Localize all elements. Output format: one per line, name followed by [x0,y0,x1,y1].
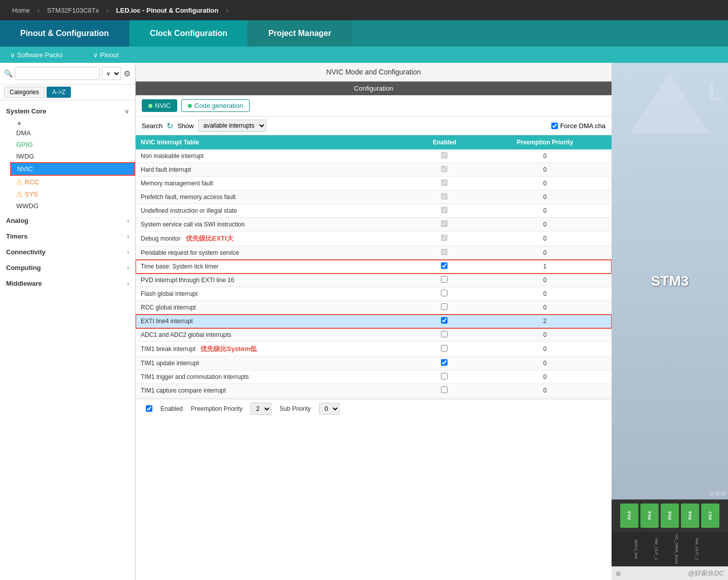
csdn-icon: ⊕ [616,570,621,577]
watermark: 好家伙 [709,490,726,497]
gear-icon[interactable]: ⚙ [123,68,131,79]
search-icon: 🔍 [4,69,13,78]
sidebar-nav: System Core ∨ ▲ DMA GPIO IWDG NVIC [0,100,135,580]
chip-pins-bottom: PA3 PA4 PA5 PA6 PA7 [612,499,728,532]
chevron-right-icon-computing: › [127,264,129,272]
pin-pa6: PA6 [681,504,699,528]
bottom-preemption-select[interactable]: 0123 [251,403,271,415]
nav-sep-1: › [37,5,40,16]
interrupt-enabled-checkbox[interactable] [441,373,448,379]
interrupt-enabled-checkbox[interactable] [441,193,448,200]
system-core-items: ▲ DMA GPIO IWDG NVIC ⚠ RCC [0,118,135,212]
interrupt-enabled-checkbox[interactable] [441,249,448,255]
sub-tab-pinout[interactable]: ∨ Pinout [93,51,118,59]
code-gen-dot [188,104,192,108]
bottom-preemption-label: Preemption Priority [191,405,242,412]
sub-tab-software-packs[interactable]: ∨ Software Packs [10,51,63,59]
nav-section-header-connectivity[interactable]: Connectivity › [0,245,135,259]
col-enabled: Enabled [411,135,478,149]
interrupt-enabled-checkbox[interactable] [441,290,448,296]
config-tabs: NVIC Code generation [136,95,612,117]
nav-section-header-system-core[interactable]: System Core ∨ [0,104,135,118]
bottom-enabled-checkbox[interactable] [146,405,152,412]
table-row: System service call via SWI instruction0 [136,218,612,231]
main-content: 🔍 ∨ ⚙ Categories A->Z System Core ∨ ▲ [0,63,728,580]
warning-icon-sys: ⚠ [16,190,23,198]
table-row: Time base: System tick timer1 [136,260,612,274]
sidebar-tabs: Categories A->Z [0,85,135,100]
panel-title: NVIC Mode and Configuration [136,63,612,82]
up-arrow-icon: ▲ [10,119,28,126]
pin-label-pa7-empty [701,534,719,564]
interrupt-enabled-checkbox[interactable] [441,207,448,213]
interrupt-enabled-checkbox[interactable] [441,179,448,186]
interrupt-enabled-checkbox[interactable] [441,262,448,269]
sidebar-item-wwdg[interactable]: WWDG [10,200,135,212]
nvic-table-header: NVIC Interrupt Table Enabled Preemption … [136,135,612,149]
nav-current[interactable]: LED.ioc - Pinout & Configuration [110,0,224,20]
sidebar-tab-categories[interactable]: Categories [4,87,45,98]
nav-home[interactable]: Home [6,0,36,20]
sidebar-item-gpio[interactable]: GPIO [10,139,135,150]
table-row: Non maskable interrupt0 [136,149,612,163]
table-row: EXTI line4 interrupt2 [136,315,612,328]
chevron-right-icon-timers: › [127,233,129,240]
force-dma-checkbox[interactable] [551,123,558,129]
filter-show-select[interactable]: available interrupts [198,120,266,132]
sidebar-item-rcc[interactable]: ⚠ RCC [10,176,135,188]
sidebar-item-nvic[interactable]: NVIC [10,162,135,176]
interrupt-enabled-checkbox[interactable] [441,220,448,227]
table-row: ADC1 and ADC2 global interrupts0 [136,328,612,342]
bottom-subpriority-select[interactable]: 0123 [319,403,340,415]
col-preemption: Preemption Priority [478,135,612,149]
tab-clock-config[interactable]: Clock Configuration [130,20,248,47]
force-dma-option: Force DMA cha [551,122,605,130]
nav-section-header-timers[interactable]: Timers › [0,229,135,243]
interrupt-enabled-checkbox[interactable] [441,331,448,337]
interrupt-enabled-checkbox[interactable] [441,235,448,241]
sidebar-tab-az[interactable]: A->Z [47,87,71,98]
table-row: Memory management fault0 [136,177,612,190]
interrupt-enabled-checkbox[interactable] [441,345,448,352]
table-row: TIM1 break interrupt优先级比System低0 [136,342,612,357]
table-row: Flash global interrupt0 [136,287,612,301]
interrupt-enabled-checkbox[interactable] [441,166,448,172]
interrupt-enabled-checkbox[interactable] [441,152,448,159]
bottom-enabled-label: Enabled [160,405,183,412]
nvic-dot [148,104,152,108]
nvic-table: NVIC Interrupt Table Enabled Preemption … [136,135,612,399]
tab-pinout-config[interactable]: Pinout & Configuration [0,20,130,47]
filter-reset-icon[interactable]: ↻ [167,121,173,131]
center-panel: NVIC Mode and Configuration Configuratio… [136,63,612,580]
nav-section-header-middleware[interactable]: Middleware › [0,277,135,290]
annotation-label: 优先级比EXTI大 [186,235,233,242]
interrupt-enabled-checkbox[interactable] [441,386,448,393]
annotation-label: 优先级比System低 [200,345,257,353]
config-tab-code-gen[interactable]: Code generation [181,99,250,112]
nav-section-header-computing[interactable]: Computing › [0,261,135,275]
table-row: Debug monitor优先级比EXTI大0 [136,231,612,246]
interrupt-enabled-checkbox[interactable] [441,303,448,310]
sidebar-item-dma[interactable]: DMA [10,127,135,139]
warning-icon-rcc: ⚠ [16,178,23,186]
sidebar-item-iwdg[interactable]: IWDG [10,150,135,162]
interrupt-enabled-checkbox[interactable] [441,317,448,324]
tab-project-manager[interactable]: Project Manager [248,20,352,47]
bottom-subpriority-label: Sub Priority [279,405,311,412]
nav-mcu[interactable]: STM32F103C8Tx [41,0,105,20]
config-tab-nvic[interactable]: NVIC [142,99,177,112]
table-row: Pendable request for system service0 [136,246,612,260]
interrupt-enabled-checkbox[interactable] [441,359,448,366]
pin-pa5: PA5 [661,504,679,528]
sidebar-item-sys[interactable]: ⚠ SYS [10,188,135,200]
pin-label-hw2: HW_OUT_2 [681,534,699,564]
search-mode-dropdown[interactable]: ∨ [102,67,121,80]
nav-section-header-analog[interactable]: Analog › [0,214,135,227]
search-input[interactable] [15,67,100,80]
table-row: Hard fault interrupt0 [136,163,612,177]
chevron-right-icon-middleware: › [127,280,129,287]
chip-visual: L STM3 好家伙 [612,63,728,499]
chevron-right-icon-connectivity: › [127,249,129,256]
interrupt-enabled-checkbox[interactable] [441,276,448,283]
nav-sep-3: › [225,5,228,16]
